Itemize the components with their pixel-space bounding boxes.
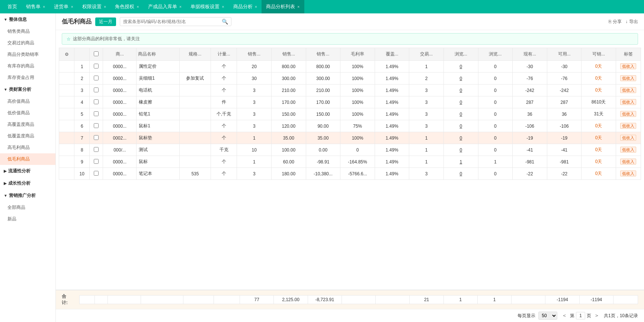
view-link[interactable]: 1 xyxy=(459,159,462,165)
sidebar-item-销售类商品[interactable]: 销售类商品 xyxy=(0,26,55,37)
sidebar-item-全部商品[interactable]: 全部商品 xyxy=(0,202,55,213)
col-header-tag[interactable]: 标签 xyxy=(616,48,641,61)
next-page-button[interactable]: ＞ xyxy=(593,312,601,319)
search-input[interactable] xyxy=(123,19,222,24)
col-tag-cell: 低收入 xyxy=(616,168,641,180)
close-icon[interactable]: × xyxy=(104,4,106,9)
view-link[interactable]: 0 xyxy=(459,76,462,81)
page-title: 低毛利商品 xyxy=(62,18,92,26)
view-link[interactable]: 0 xyxy=(459,64,462,69)
sidebar-item-高价值商品[interactable]: 高价值商品 xyxy=(0,96,55,107)
col-header-view1[interactable]: 浏览... xyxy=(443,48,478,61)
footer-total: 合计: 77 2,125.00 -8,723.91 21 1 1 xyxy=(56,290,644,309)
sidebar-section-流通性分析[interactable]: ▶ 流通性分析 xyxy=(0,165,55,177)
nav-roles[interactable]: 角色授权 × xyxy=(110,0,143,13)
col-gross-margin-cell: 100% xyxy=(340,73,375,85)
sidebar-item-高毛利商品[interactable]: 高毛利商品 xyxy=(0,142,55,153)
nav-template-settings[interactable]: 单据模板设置 × xyxy=(186,0,228,13)
share-button[interactable]: ⎘ 分享 xyxy=(609,19,622,25)
view-link[interactable]: 0 xyxy=(459,124,462,129)
col-spec-cell xyxy=(180,96,211,108)
view-link[interactable]: 0 xyxy=(459,88,462,93)
export-button[interactable]: ↓ 导出 xyxy=(625,19,638,25)
sidebar-item-高覆盖度商品[interactable]: 高覆盖度商品 xyxy=(0,119,55,130)
date-filter-button[interactable]: 近一月 xyxy=(95,17,116,26)
view-link[interactable]: 0 xyxy=(459,136,462,141)
col-header-name[interactable]: 商品名称 xyxy=(137,48,180,61)
sidebar-section-类财富分析[interactable]: ▼ 类财富分析 xyxy=(0,83,55,96)
close-icon[interactable]: × xyxy=(297,4,299,9)
col-header-sale-qty[interactable]: 销售... xyxy=(237,48,272,61)
sidebar-item-库存资金占用[interactable]: 库存资金占用 xyxy=(0,72,55,83)
close-icon[interactable]: × xyxy=(43,4,45,9)
nav-home[interactable]: 首页 xyxy=(3,0,22,13)
col-header-saleable[interactable]: 可销... xyxy=(581,48,616,61)
close-icon[interactable]: × xyxy=(222,4,224,9)
col-code-cell: 0000... xyxy=(103,73,137,85)
tag-badge: 低收入 xyxy=(620,170,636,176)
nav-purchase[interactable]: 进货单 × xyxy=(49,0,77,13)
view-link[interactable]: 0 xyxy=(459,171,462,176)
col-view1-cell: 0 xyxy=(443,73,478,85)
sidebar-section-成长性分析[interactable]: ▶ 成长性分析 xyxy=(0,177,55,189)
view-link[interactable]: 0 xyxy=(459,100,462,105)
col-header-unit[interactable]: 计量... xyxy=(211,48,237,61)
col-header-code[interactable]: 商... xyxy=(103,48,137,61)
close-icon[interactable]: × xyxy=(137,4,139,9)
col-name-cell: 鼠标垫 xyxy=(137,132,180,144)
sidebar-section-营销推广分析[interactable]: ▼ 营销推广分析 xyxy=(0,189,55,202)
col-header-settings[interactable]: ⚙ xyxy=(59,48,74,61)
sidebar: ▼ 整体信息 销售类商品 交易过的商品 商品分类助销率 有库存的商品 库存资金占… xyxy=(0,13,56,322)
close-icon[interactable]: × xyxy=(71,4,73,9)
sidebar-item-低毛利商品[interactable]: 低毛利商品 xyxy=(0,153,55,165)
close-icon[interactable]: × xyxy=(179,4,182,9)
view-link[interactable]: 0 xyxy=(459,147,462,153)
sidebar-item-低覆盖度商品[interactable]: 低覆盖度商品 xyxy=(0,130,55,142)
col-header-current-stock[interactable]: 现有... xyxy=(513,48,547,61)
col-view2-cell: 1 xyxy=(478,156,513,168)
search-icon[interactable]: 🔍 xyxy=(222,19,228,25)
close-icon[interactable]: × xyxy=(255,4,257,9)
col-header-coverage[interactable]: 覆盖... xyxy=(375,48,409,61)
sidebar-section-整体信息[interactable]: ▼ 整体信息 xyxy=(0,13,55,26)
row-checkbox[interactable] xyxy=(94,111,99,116)
search-box: 🔍 xyxy=(120,17,231,26)
col-sale-profit-cell: 300.00 xyxy=(306,73,340,85)
sidebar-item-低价值商品[interactable]: 低价值商品 xyxy=(0,107,55,119)
top-nav: 首页 销售单 × 进货单 × 权限设置 × 角色授权 × 产成品入库单 × 单据… xyxy=(0,0,644,13)
row-checkbox[interactable] xyxy=(94,87,99,92)
nav-product-analysis-list[interactable]: 商品分析列表 × xyxy=(262,0,304,13)
sidebar-item-交易过的商品[interactable]: 交易过的商品 xyxy=(0,37,55,49)
row-checkbox[interactable] xyxy=(94,64,99,68)
col-sale-price-cell: 120.00 xyxy=(272,120,306,132)
sidebar-item-新品[interactable]: 新品 xyxy=(0,213,55,225)
col-header-spec[interactable]: 规格... xyxy=(180,48,211,61)
prev-page-button[interactable]: ＜ xyxy=(560,312,568,319)
row-checkbox[interactable] xyxy=(94,76,99,80)
col-header-gross-margin[interactable]: 毛利率 xyxy=(340,48,375,61)
nav-product-entry[interactable]: 产成品入库单 × xyxy=(144,0,186,13)
col-header-sale-profit[interactable]: 销售... xyxy=(306,48,340,61)
current-page[interactable]: 1 xyxy=(576,312,585,319)
sidebar-item-商品分类助销率[interactable]: 商品分类助销率 xyxy=(0,49,55,60)
row-checkbox[interactable] xyxy=(94,135,99,140)
nav-permissions[interactable]: 权限设置 × xyxy=(78,0,110,13)
nav-sales[interactable]: 销售单 × xyxy=(22,0,49,13)
row-checkbox[interactable] xyxy=(94,99,99,104)
per-page-select[interactable]: 50 20 100 xyxy=(538,312,557,320)
row-checkbox[interactable] xyxy=(94,159,99,164)
sidebar-item-有库存的商品[interactable]: 有库存的商品 xyxy=(0,60,55,72)
col-header-sale-price[interactable]: 销售... xyxy=(272,48,306,61)
row-checkbox[interactable] xyxy=(94,147,99,152)
col-header-trade-count[interactable]: 交易... xyxy=(409,48,444,61)
nav-product-analysis[interactable]: 商品分析 × xyxy=(229,0,262,13)
select-all-checkbox[interactable] xyxy=(94,51,99,56)
col-header-view2[interactable]: 浏览... xyxy=(478,48,513,61)
row-checkbox[interactable] xyxy=(94,171,99,176)
col-header-available[interactable]: 可用... xyxy=(547,48,581,61)
view-link[interactable]: 0 xyxy=(459,112,462,117)
col-saleable-cell: 0天 xyxy=(581,156,616,168)
row-checkbox[interactable] xyxy=(94,123,99,128)
col-sale-profit-cell: -10,380... xyxy=(306,168,340,180)
col-sale-price-cell: 100.00 xyxy=(272,144,306,156)
